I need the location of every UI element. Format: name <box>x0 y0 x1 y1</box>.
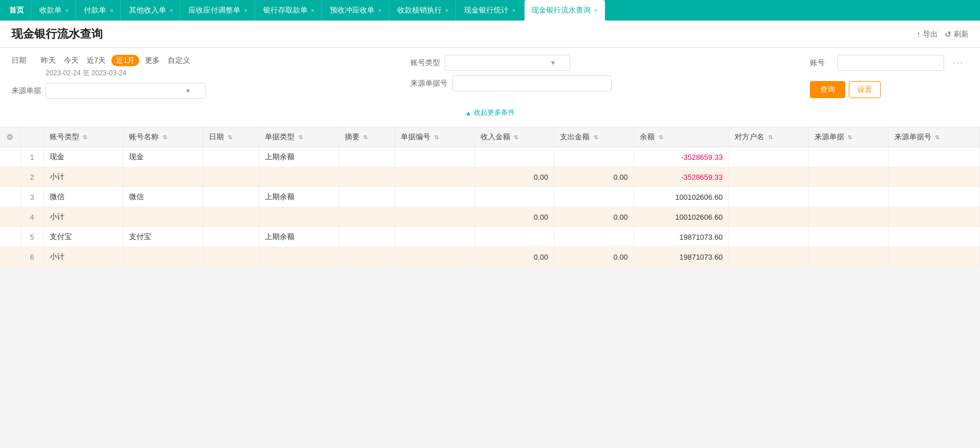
td-summary <box>338 147 394 167</box>
td-source-doc <box>808 247 888 267</box>
close-yushou-icon[interactable]: × <box>378 7 381 14</box>
date-opt-more[interactable]: 更多 <box>143 55 162 66</box>
filter-row-source: 来源单据 ▼ <box>11 83 399 99</box>
close-shoukuan-icon[interactable]: × <box>65 7 68 14</box>
td-date <box>203 187 259 207</box>
table-row[interactable]: 3 微信 微信 上期余额 100102606.60 <box>0 187 980 207</box>
td-source-doc <box>808 227 888 247</box>
td-balance: 19871073.60 <box>634 227 729 247</box>
close-fukuan-icon[interactable]: × <box>110 7 113 14</box>
table-row[interactable]: 1 现金 现金 上期余额 -3528659.33 <box>0 147 980 167</box>
table-header-row: ⚙ 账号类型 ⇅ 账号名称 ⇅ 日期 ⇅ 单据类型 ⇅ <box>0 127 980 147</box>
filter-row-accounttype: 账号类型 ▼ <box>410 55 798 71</box>
th-income[interactable]: 收入金额 ⇅ <box>474 127 554 147</box>
td-income <box>474 147 554 167</box>
td-doc-no <box>395 147 475 167</box>
sort-counterpart-icon: ⇅ <box>768 134 773 140</box>
table-body: 1 现金 现金 上期余额 -3528659.33 2 小计 0.00 0.00 … <box>0 147 980 267</box>
td-summary <box>338 167 394 187</box>
td-balance: 100102606.60 <box>634 187 729 207</box>
th-doc-no[interactable]: 单据编号 ⇅ <box>395 127 475 147</box>
th-summary[interactable]: 摘要 ⇅ <box>338 127 394 147</box>
td-date <box>203 227 259 247</box>
th-source-doc-no[interactable]: 来源单据号 ⇅ <box>888 127 979 147</box>
source-doc-select[interactable]: ▼ <box>46 83 205 99</box>
close-xianjintongji-icon[interactable]: × <box>512 7 515 14</box>
refresh-button[interactable]: ↺ 刷新 <box>945 29 969 39</box>
nav-tab-yingshouliao[interactable]: 应收应付调整单 × <box>182 0 255 21</box>
header-actions: ↑ 导出 ↺ 刷新 <box>917 29 969 39</box>
filter-row-date: 日期 昨天 今天 近7天 近1月 更多 自定义 <box>11 55 399 66</box>
date-opt-custom[interactable]: 自定义 <box>166 55 192 66</box>
th-date[interactable]: 日期 ⇅ <box>203 127 259 147</box>
source-doc-no-input[interactable] <box>452 75 612 91</box>
export-button[interactable]: ↑ 导出 <box>917 29 938 39</box>
td-balance: -3528659.33 <box>634 167 729 187</box>
td-counterpart <box>729 247 809 267</box>
td-account-name <box>123 207 203 227</box>
date-opt-7days[interactable]: 近7天 <box>84 55 108 66</box>
nav-tab-shoukuanhexiao[interactable]: 收款核销执行 × <box>390 0 456 21</box>
nav-tab-qita[interactable]: 其他收入单 × <box>122 0 180 21</box>
table-row[interactable]: 5 支付宝 支付宝 上期余额 19871073.60 <box>0 227 980 247</box>
nav-tab-xianjintongji[interactable]: 现金银行统计 × <box>457 0 523 21</box>
date-range-display: 2023-02-24 至 2023-03-24 <box>46 68 126 78</box>
nav-tab-fukuan[interactable]: 付款单 × <box>77 0 120 21</box>
td-row-num: 2 <box>21 167 43 187</box>
close-liushui-icon[interactable]: × <box>594 7 598 14</box>
account-type-group: 账号类型 ▼ <box>410 55 570 71</box>
close-shoukuanhexiao-icon[interactable]: × <box>445 7 449 14</box>
account-dots-button[interactable]: ··· <box>949 58 969 68</box>
account-input[interactable] <box>837 55 944 71</box>
table-settings-icon[interactable]: ⚙ <box>6 132 14 142</box>
th-balance[interactable]: 余额 ⇅ <box>634 127 729 147</box>
table-row[interactable]: 4 小计 0.00 0.00 100102606.60 <box>0 207 980 227</box>
sort-expense-icon: ⇅ <box>594 134 598 140</box>
th-counterpart[interactable]: 对方户名 ⇅ <box>729 127 809 147</box>
yinhang-label: 银行存取款单 <box>263 5 308 15</box>
nav-tab-liushui[interactable]: 现金银行流水查询 × <box>525 0 605 21</box>
close-yinhang-icon[interactable]: × <box>311 7 314 14</box>
collapse-bar[interactable]: ▲ 收起更多条件 <box>11 106 969 120</box>
home-tab-label: 首页 <box>9 5 24 15</box>
td-date <box>203 147 259 167</box>
nav-tab-shoukuan[interactable]: 收款单 × <box>33 0 76 21</box>
td-expense <box>554 147 634 167</box>
td-counterpart <box>729 207 809 227</box>
th-source-doc[interactable]: 来源单据 ⇅ <box>808 127 888 147</box>
close-yingshouliao-icon[interactable]: × <box>244 7 247 14</box>
td-expense <box>554 227 634 247</box>
th-doc-type[interactable]: 单据类型 ⇅ <box>259 127 339 147</box>
query-button[interactable]: 查询 <box>810 81 845 98</box>
nav-tab-yinhang[interactable]: 银行存取款单 × <box>256 0 322 21</box>
table-row[interactable]: 2 小计 0.00 0.00 -3528659.33 <box>0 167 980 187</box>
nav-tab-yushou[interactable]: 预收冲应收单 × <box>323 0 389 21</box>
filter-area: 日期 昨天 今天 近7天 近1月 更多 自定义 2023-02-24 至 202… <box>0 48 980 127</box>
account-type-chevron-icon: ▼ <box>550 59 556 66</box>
account-type-select[interactable]: ▼ <box>445 55 570 71</box>
th-account-type[interactable]: 账号类型 ⇅ <box>43 127 123 147</box>
account-group: 账号 ··· <box>810 55 969 71</box>
th-settings[interactable]: ⚙ <box>0 127 21 147</box>
td-summary <box>338 247 394 267</box>
td-date <box>203 167 259 187</box>
date-opt-1month[interactable]: 近1月 <box>111 55 139 66</box>
td-source-doc-no <box>888 187 979 207</box>
source-doc-no-group: 来源单据号 <box>410 75 612 91</box>
settings-button[interactable]: 设置 <box>849 81 881 98</box>
td-source-doc-no <box>888 207 979 227</box>
th-expense[interactable]: 支出金额 ⇅ <box>554 127 634 147</box>
close-qita-icon[interactable]: × <box>170 7 173 14</box>
td-account-name: 微信 <box>123 187 203 207</box>
nav-tab-home[interactable]: 首页 <box>2 0 31 21</box>
th-account-name[interactable]: 账号名称 ⇅ <box>123 127 203 147</box>
refresh-icon: ↺ <box>945 30 951 39</box>
td-row-num: 6 <box>21 247 43 267</box>
td-counterpart <box>729 147 809 167</box>
table-row[interactable]: 6 小计 0.00 0.00 19871073.60 <box>0 247 980 267</box>
td-settings-cell <box>0 247 21 267</box>
td-account-type: 小计 <box>43 207 123 227</box>
date-opt-today[interactable]: 今天 <box>62 55 81 66</box>
td-doc-no <box>395 227 475 247</box>
date-opt-yesterday[interactable]: 昨天 <box>39 55 58 66</box>
